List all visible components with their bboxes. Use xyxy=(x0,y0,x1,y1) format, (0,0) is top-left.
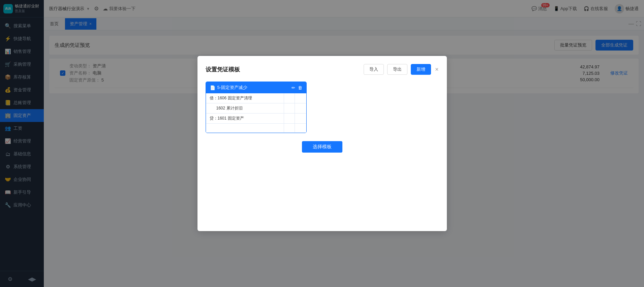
template-delete-icon[interactable]: 🗑 xyxy=(298,85,302,90)
template-row-3: 贷：1601 固定资产 xyxy=(206,114,306,124)
tmpl-type-2: 1602 累计折旧 xyxy=(206,103,284,114)
tmpl-debit-3 xyxy=(284,114,295,124)
template-card: 📄 5-固定资产减少 ✏ 🗑 借：1606 固定资产清理 xyxy=(206,82,307,133)
tmpl-credit-4 xyxy=(295,124,306,133)
template-card-body: 借：1606 固定资产清理 1602 累计折旧 贷：1601 固定资产 xyxy=(206,93,306,133)
template-row-4 xyxy=(206,124,306,133)
templates-area: 📄 5-固定资产减少 ✏ 🗑 借：1606 固定资产清理 xyxy=(206,82,439,133)
tmpl-type-1: 借：1606 固定资产清理 xyxy=(206,93,284,103)
dialog-toolbar: 导入 导出 新增 xyxy=(364,64,431,75)
select-template-btn[interactable]: 选择模板 xyxy=(302,141,342,153)
tmpl-debit-4 xyxy=(284,124,295,133)
export-btn[interactable]: 导出 xyxy=(387,64,407,75)
dialog-title: 设置凭证模板 xyxy=(206,66,240,73)
template-card-header: 📄 5-固定资产减少 ✏ 🗑 xyxy=(206,82,306,93)
template-doc-icon: 📄 xyxy=(210,85,215,90)
tmpl-debit-1 xyxy=(284,93,295,103)
template-header-icons: ✏ 🗑 xyxy=(292,85,302,90)
tmpl-credit-1 xyxy=(295,93,306,103)
select-template-section: 选择模板 xyxy=(206,141,439,153)
template-row-1: 借：1606 固定资产清理 xyxy=(206,93,306,103)
tmpl-type-3: 贷：1601 固定资产 xyxy=(206,114,284,124)
template-table: 借：1606 固定资产清理 1602 累计折旧 贷：1601 固定资产 xyxy=(206,93,306,133)
dialog-header: 设置凭证模板 导入 导出 新增 × xyxy=(206,64,439,75)
tmpl-credit-2 xyxy=(295,103,306,114)
template-header-left: 📄 5-固定资产减少 xyxy=(210,85,248,91)
template-row-2: 1602 累计折旧 xyxy=(206,103,306,114)
voucher-template-dialog: 设置凭证模板 导入 导出 新增 × 📄 5-固定资产减少 xyxy=(197,56,447,231)
template-edit-icon[interactable]: ✏ xyxy=(292,85,295,90)
template-title: 5-固定资产减少 xyxy=(217,85,248,91)
new-template-btn[interactable]: 新增 xyxy=(411,64,431,75)
tmpl-credit-3 xyxy=(295,114,306,124)
tmpl-debit-2 xyxy=(284,103,295,114)
dialog-close-icon[interactable]: × xyxy=(435,66,439,72)
import-btn[interactable]: 导入 xyxy=(364,64,384,75)
dialog-overlay: 设置凭证模板 导入 导出 新增 × 📄 5-固定资产减少 xyxy=(0,0,644,287)
tmpl-type-4 xyxy=(206,124,284,133)
